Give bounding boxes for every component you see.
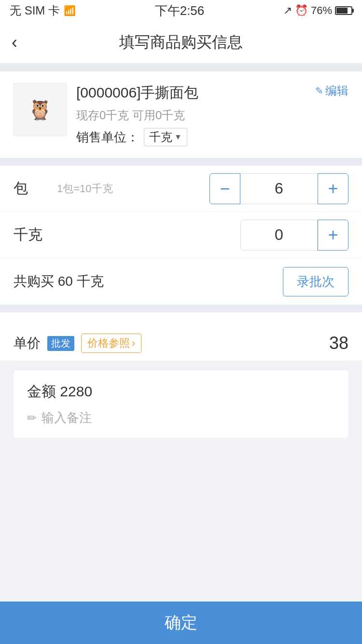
battery-percent: 76% [311, 4, 332, 17]
edit-label: 编辑 [325, 83, 348, 98]
page-title: 填写商品购买信息 [119, 32, 243, 53]
price-section: 单价 批发 价格参照 › 38 [0, 312, 362, 361]
package-row: 包 1包=10千克 − + [0, 166, 362, 212]
record-batch-button[interactable]: 录批次 [283, 267, 348, 296]
kg-row: 千克 + [0, 212, 362, 258]
product-info: [0000006]手撕面包 现存0千克 可用0千克 销售单位： 千克 ▼ [76, 83, 348, 146]
wifi-icon: 📶 [64, 5, 76, 16]
package-sub-label: 1包=10千克 [57, 182, 113, 196]
kg-label: 千克 [14, 225, 52, 245]
remark-placeholder: 输入备注 [42, 409, 92, 426]
kg-plus-button[interactable]: + [318, 220, 348, 251]
product-owl-icon: 🦉 [28, 98, 52, 121]
confirm-button[interactable]: 确定 [0, 602, 362, 644]
location-icon: ↗ [283, 4, 292, 17]
carrier-label: 无 SIM 卡 [10, 3, 60, 18]
price-ref-arrow: › [132, 337, 135, 350]
price-ref-button[interactable]: 价格参照 › [81, 334, 141, 353]
edit-icon: ✎ [315, 85, 323, 97]
status-bar: 无 SIM 卡 📶 下午2:56 ↗ ⏰ 76% [0, 0, 362, 21]
wholesale-tag: 批发 [47, 336, 74, 351]
remark-row[interactable]: ✏ 输入备注 [27, 409, 335, 426]
bottom-area [0, 446, 362, 542]
status-time: 下午2:56 [155, 2, 205, 19]
back-button[interactable]: ‹ [12, 32, 17, 53]
battery-icon [335, 6, 352, 15]
status-left: 无 SIM 卡 📶 [10, 3, 76, 18]
package-label: 包 [14, 179, 52, 198]
product-stock: 现存0千克 可用0千克 [76, 108, 348, 123]
package-plus-button[interactable]: + [318, 173, 348, 204]
summary-row: 共购买 60 千克 录批次 [0, 258, 362, 305]
unit-selector[interactable]: 千克 ▼ [144, 128, 187, 146]
product-unit-row: 销售单位： 千克 ▼ [76, 128, 348, 146]
amount-label: 金额 2280 [27, 382, 335, 402]
input-section: 包 1包=10千克 − + 千克 + 共购买 60 千克 录批次 [0, 166, 362, 305]
price-row: 单价 批发 价格参照 › 38 [14, 326, 348, 361]
price-value: 38 [329, 333, 348, 353]
kg-controls: + [240, 220, 348, 251]
pencil-icon: ✏ [27, 411, 37, 425]
alarm-icon: ⏰ [295, 4, 308, 17]
product-thumbnail: 🦉 [14, 83, 67, 136]
edit-button[interactable]: ✎ 编辑 [315, 83, 348, 98]
confirm-label: 确定 [165, 612, 197, 634]
product-card: 🦉 [0000006]手撕面包 现存0千克 可用0千克 销售单位： 千克 ▼ ✎… [0, 71, 362, 158]
battery-fill [336, 8, 348, 14]
amount-row: 金额 2280 ✏ 输入备注 [14, 370, 348, 438]
price-label: 单价 [14, 334, 41, 352]
status-right: ↗ ⏰ 76% [283, 4, 352, 17]
unit-label: 销售单位： [76, 129, 139, 146]
package-minus-button[interactable]: − [209, 173, 240, 204]
divider-mid [0, 158, 362, 166]
nav-bar: ‹ 填写商品购买信息 [0, 21, 362, 64]
kg-input[interactable] [240, 220, 318, 251]
summary-text: 共购买 60 千克 [14, 272, 104, 291]
divider-price [0, 305, 362, 312]
amount-section: 金额 2280 ✏ 输入备注 [0, 361, 362, 446]
unit-dropdown-icon: ▼ [174, 133, 182, 141]
product-name: [0000006]手撕面包 [76, 83, 348, 103]
divider-top [0, 64, 362, 71]
package-input[interactable] [240, 173, 318, 204]
unit-value: 千克 [149, 129, 172, 145]
package-controls: − + [209, 173, 348, 204]
price-ref-label: 价格参照 [87, 336, 130, 350]
